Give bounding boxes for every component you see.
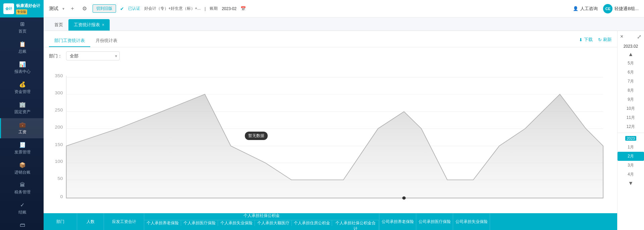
month-2023-3月[interactable]: 3月 (618, 161, 644, 170)
salary-chart: 350 300 250 200 150 100 50 0 (49, 68, 612, 210)
sidebar-item-general-ledger[interactable]: 📋总账 (0, 38, 44, 58)
prev-year-months: 5月6月7月8月9月10月11月12月 (624, 59, 638, 131)
col-personal-insurance-group: 个人承担社保公积金 个人承担养老保险 个人承担医疗保险 个人承担失业保险 个人承… (144, 213, 379, 230)
col-company-medical: 公司承担医疗保险 (416, 213, 453, 230)
tabbar: 首页工资统计报表× (44, 17, 644, 31)
salary-label: 工资 (18, 129, 26, 135)
col-major-medical: 个人承担大额医疗 (255, 220, 292, 226)
sidebar-item-invoice[interactable]: 🧾发票管理 (0, 138, 44, 158)
switch-version-button[interactable]: 切到旧版 (93, 4, 116, 13)
fixed-assets-label: 固定资产 (14, 109, 31, 115)
invoice-label: 发票管理 (14, 149, 31, 155)
svg-text:350: 350 (55, 74, 63, 78)
closing-label: 结账 (18, 210, 26, 215)
col-personal-insurance-sub: 个人承担养老保险 个人承担医疗保险 个人承担失业保险 个人承担大额医疗 个人承担… (144, 220, 379, 230)
settings-icon[interactable]: ⚙ (80, 5, 89, 13)
tab-salary-report[interactable]: 工资统计报表× (68, 19, 110, 31)
sidebar-item-closing[interactable]: ✓结账 (0, 198, 44, 219)
download-button[interactable]: ⬇ 下载 (579, 37, 593, 43)
col-dept: 部门 (44, 213, 77, 230)
sidebar-item-home[interactable]: ⊞首页 (0, 17, 44, 38)
month-8月[interactable]: 8月 (624, 86, 638, 95)
add-button[interactable]: ＋ (68, 5, 76, 13)
status-badge: 已认证 (128, 6, 140, 11)
current-period-label: 2023.02 (618, 43, 644, 50)
sidebar-item-tax[interactable]: 🏛税务管理 (0, 179, 44, 198)
period-value: 2023-02 (222, 6, 236, 11)
tax-icon: 🏛 (20, 182, 25, 188)
month-12月[interactable]: 12月 (624, 122, 638, 131)
month-9月[interactable]: 9月 (624, 95, 638, 104)
dept-select-wrap: 全部部门A部门B (66, 51, 120, 60)
salary-icon: 💼 (19, 122, 26, 128)
month-6月[interactable]: 6月 (624, 68, 638, 77)
month-10月[interactable]: 10月 (624, 104, 638, 113)
sidebar-item-fund-management[interactable]: 💰资金管理 (0, 78, 44, 98)
sales-ledger-icon: 📦 (19, 162, 26, 168)
certified-icon: ✔ (120, 6, 124, 11)
help-button[interactable]: 👤 人工咨询 (573, 6, 598, 12)
month-2023-1月[interactable]: 1月 (618, 143, 644, 152)
filter-bar: 部门： 全部部门A部门B (44, 47, 617, 64)
dept-select[interactable]: 全部部门A部门B (66, 51, 120, 60)
home-label: 首页 (18, 29, 26, 34)
svg-text:100: 100 (55, 159, 63, 164)
close-panel-button[interactable]: × (620, 34, 623, 40)
tab-monthly-salary[interactable]: 月份统计表 (90, 35, 123, 47)
sidebar: 会计 畅康通好会计 专业版 ⊞首页📋总账📊报表中心💰资金管理🏢固定资产💼工资🧾发… (0, 0, 44, 230)
right-panel: × ⤢ 2023.02 ▲ 5月6月7月8月9月10月11月12月 2023 1… (617, 31, 644, 230)
sidebar-item-fixed-assets[interactable]: 🏢固定资产 (0, 98, 44, 118)
fund-management-icon: 💰 (19, 81, 26, 88)
col-unemployment: 个人承担失业保险 (218, 220, 255, 226)
tab-label-home: 首页 (54, 22, 63, 28)
panel-controls: × ⤢ (618, 34, 644, 40)
calendar-icon[interactable]: 📅 (240, 6, 246, 11)
sidebar-item-sales-ledger[interactable]: 📦进销台账 (0, 158, 44, 179)
year-badge-2023: 2023 (618, 134, 644, 143)
page-content: 部门工资统计表 月份统计表 ⬇ 下载 ↻ 刷新 部门： 全部部门A (44, 31, 617, 230)
help-label: 人工咨询 (580, 6, 598, 12)
user-menu[interactable]: CE 轻捷通B组... (603, 4, 639, 13)
month-2023-2月[interactable]: 2月 (618, 152, 644, 161)
month-5月[interactable]: 5月 (624, 59, 638, 68)
refresh-icon: ↻ (598, 37, 602, 42)
table-footer: 部门 人数 应发工资合计 个人承担社保公积金 个人承担养老保险 个人承担医疗保险… (44, 213, 617, 230)
month-2023-4月[interactable]: 4月 (618, 170, 644, 179)
chart-area: 350 300 250 200 150 100 50 0 (44, 64, 617, 213)
company-dropdown-icon[interactable]: ▾ (62, 6, 64, 11)
invoice-icon: 🧾 (19, 142, 26, 148)
tab-dept-salary[interactable]: 部门工资统计表 (49, 35, 90, 47)
col-pension: 个人承担养老保险 (144, 220, 181, 226)
sidebar-item-salary[interactable]: 💼工资 (0, 118, 44, 138)
tax-label: 税务管理 (14, 189, 31, 195)
main-area: 测试 ▾ ＋ ⚙ 切到旧版 ✔ 已认证 好会计（专）+好生意（标）+... | … (44, 0, 644, 230)
nav-up-button[interactable]: ▲ (618, 50, 644, 59)
logo-text: 畅康通好会计 专业版 (16, 3, 40, 14)
svg-text:300: 300 (55, 90, 63, 95)
col-count: 人数 (77, 213, 104, 230)
sidebar-item-report-center[interactable]: 📊报表中心 (0, 58, 44, 78)
tab-close-salary-report[interactable]: × (102, 22, 104, 27)
sidebar-item-archive[interactable]: 🗃归档管理 (0, 219, 44, 230)
month-11月[interactable]: 11月 (624, 113, 638, 122)
tags-info: 好会计（专）+好生意（标）+... (144, 6, 201, 11)
period-label: 账期 (210, 6, 218, 11)
svg-text:0: 0 (60, 194, 63, 199)
svg-point-18 (402, 196, 406, 199)
topbar-right: 👤 人工咨询 CE 轻捷通B组... (573, 4, 639, 13)
col-housing-fund: 个人承担住房公积金 (292, 220, 332, 226)
month-7月[interactable]: 7月 (624, 77, 638, 86)
nav-down-button[interactable]: ▼ (618, 179, 644, 188)
col-company-pension: 公司承担养老保险 (379, 213, 416, 230)
col-total-salary: 应发工资合计 (104, 213, 144, 230)
col-personal-insurance-header: 个人承担社保公积金 (144, 213, 379, 220)
col-company-unemployment: 公司承担失业保险 (453, 213, 490, 230)
tab-home[interactable]: 首页 (49, 19, 68, 31)
content-area: 部门工资统计表 月份统计表 ⬇ 下载 ↻ 刷新 部门： 全部部门A (44, 31, 644, 230)
avatar: CE (603, 4, 612, 13)
expand-panel-button[interactable]: ⤢ (637, 34, 641, 40)
general-ledger-label: 总账 (18, 49, 26, 54)
general-ledger-icon: 📋 (19, 41, 26, 47)
current-year-months: 1月2月3月4月 (618, 143, 644, 179)
refresh-button[interactable]: ↻ 刷新 (598, 37, 612, 43)
